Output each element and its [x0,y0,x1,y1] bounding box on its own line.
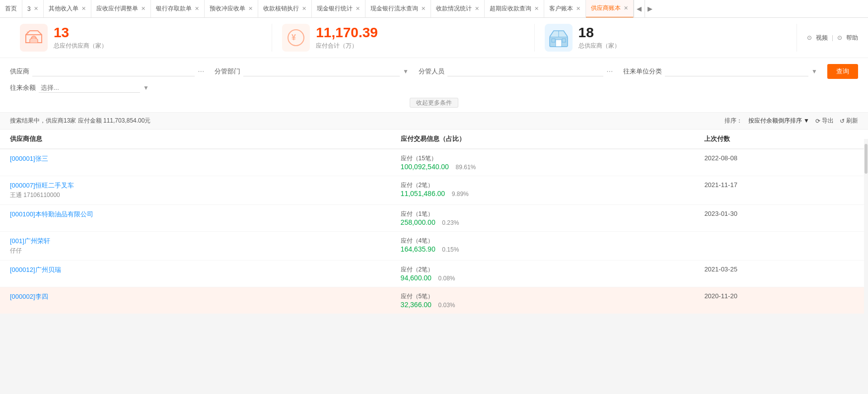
dept-filter-label: 分管部门 [215,67,240,76]
supplier-info-cell: [000002]李四 [0,287,391,314]
help-link[interactable]: 帮助 [846,34,858,42]
export-button[interactable]: ⟳ 导出 [815,117,834,125]
person-filter-input[interactable] [447,66,603,76]
tx-pct: 89.61% [456,164,476,171]
category-filter-input[interactable] [665,66,809,76]
result-bar: 搜索结果中，供应商13家 应付金额 111,703,854.00元 排序： 按应… [0,113,868,130]
store-icon [545,24,573,52]
nav-tab-overdue[interactable]: 超期应收款查询 ✕ [485,0,544,18]
supplier-filter-label: 供应商 [10,67,29,76]
right-scrollbar[interactable] [864,139,868,314]
tx-label: 应付（2笔） [401,182,434,189]
nav-tab-ap-adjust-label: 应收应付调整单 [96,4,138,13]
supplier-link[interactable]: [000007]恒旺二手叉车 [10,182,74,189]
tx-info-cell: 应付（5笔） 32,366.00 0.03% [391,287,695,314]
col-tx-info: 应付交易信息（占比） [391,130,695,149]
person-filter-dots[interactable]: ··· [606,67,613,76]
scrollbar-thumb[interactable] [865,144,868,174]
nav-tab-cash-bank-stat[interactable]: 现金银行统计 ✕ [312,0,365,18]
supplier-info-cell: [000001]张三 [0,149,391,176]
tx-pct: 0.15% [442,246,459,253]
balance-filter-label: 往来余额 [10,83,36,92]
filter-dept: 分管部门 ▼ [215,66,409,76]
nav-tab-receipt-stat[interactable]: 收款情况统计 ✕ [431,0,485,18]
close-icon[interactable]: ✕ [141,5,145,12]
supplier-link[interactable]: [000002]李四 [10,293,48,300]
tx-amount[interactable]: 258,000.00 [401,218,435,226]
tx-amount[interactable]: 100,092,540.00 [401,163,449,171]
video-link[interactable]: 视频 [816,34,828,42]
nav-tab-ap-adjust[interactable]: 应收应付调整单 ✕ [91,0,151,18]
refresh-button[interactable]: ↺ 刷新 [840,117,858,125]
collapse-more-filters[interactable]: 收起更多条件 [10,97,858,108]
tx-amount[interactable]: 94,600.00 [401,274,432,282]
category-chevron-icon[interactable]: ▼ [811,68,817,75]
nav-tab-cash-bank-flow[interactable]: 现金银行流水查询 ✕ [365,0,431,18]
total-amount-number: 11,170.39 [316,26,378,40]
nav-tab-receipt-exec[interactable]: 收款核销执行 ✕ [258,0,312,18]
filter-category: 往来单位分类 ▼ [623,66,818,76]
filter-row-1: 供应商 ··· 分管部门 ▼ 分管人员 ··· 往来单位分类 ▼ 查询 [10,64,858,79]
nav-tab-home[interactable]: 首页 [0,0,22,18]
close-icon[interactable]: ✕ [356,5,360,12]
sort-chevron-icon: ▼ [803,117,809,124]
nav-tab-advance[interactable]: 预收冲应收单 ✕ [205,0,258,18]
supplier-link[interactable]: [000001]张三 [10,155,48,162]
nav-tab-other-income[interactable]: 其他收入单 ✕ [44,0,91,18]
nav-tab-supplier-account[interactable]: 供应商账本 ✕ [586,0,634,18]
close-icon[interactable]: ✕ [34,5,38,12]
close-icon[interactable]: ✕ [534,5,539,12]
search-button[interactable]: 查询 [827,64,858,79]
amount-icon: ¥ [282,24,310,52]
close-icon[interactable]: ✕ [248,5,253,12]
tx-label: 应付（2笔） [401,266,434,273]
tx-pct: 0.08% [438,275,455,282]
table-row: [000012]广州贝瑞 应付（2笔） 94,600.00 0.08% 2021… [0,261,868,287]
svg-rect-3 [282,24,310,52]
tx-info-cell: 应付（4笔） 164,635.90 0.15% [391,232,695,261]
supplier-link[interactable]: [000100]本特勤油品有限公司 [10,210,93,218]
last-pay-cell [694,232,868,261]
dept-chevron-icon[interactable]: ▼ [403,68,409,75]
close-icon[interactable]: ✕ [421,5,426,12]
table-row: [000001]张三 应付（15笔） 100,092,540.00 89.61%… [0,149,868,176]
category-filter-label: 往来单位分类 [623,67,662,76]
close-icon[interactable]: ✕ [624,5,628,11]
nav-tab-3[interactable]: 3 ✕ [22,0,44,18]
tx-info-cell: 应付（2笔） 94,600.00 0.08% [391,261,695,287]
close-icon[interactable]: ✕ [475,5,479,12]
tx-label: 应付（5笔） [401,293,434,300]
svg-text:¥: ¥ [27,31,29,34]
last-pay-cell: 2021-03-25 [694,261,868,287]
nav-tab-bank-deposit[interactable]: 银行存取款单 ✕ [151,0,205,18]
nav-tab-customer-account[interactable]: 客户账本 ✕ [544,0,586,18]
nav-tab-cash-bank-flow-label: 现金银行流水查询 [370,4,418,13]
supplier-link[interactable]: [000012]广州贝瑞 [10,266,61,273]
nav-next-button[interactable]: ▶ [645,0,655,18]
tx-amount[interactable]: 11,051,486.00 [401,190,445,197]
tx-label: 应付（4笔） [401,237,434,244]
svg-rect-9 [552,39,555,42]
filter-balance: 往来余额 ▼ [10,83,149,93]
close-icon[interactable]: ✕ [81,5,86,12]
supplier-filter-dots[interactable]: ··· [198,67,204,76]
balance-chevron-icon[interactable]: ▼ [143,84,149,91]
nav-prev-button[interactable]: ◀ [634,0,645,18]
nav-tab-home-label: 首页 [5,4,17,13]
close-icon[interactable]: ✕ [195,5,199,12]
tx-amount[interactable]: 32,366.00 [401,301,432,309]
close-icon[interactable]: ✕ [302,5,306,12]
supplier-sub-info: 仔仔 [10,247,381,255]
tx-amount[interactable]: 164,635.90 [401,245,435,253]
nav-tab-supplier-account-label: 供应商账本 [591,4,621,12]
sort-value[interactable]: 按应付余额倒序排序 ▼ [748,117,809,125]
close-icon[interactable]: ✕ [576,5,580,12]
nav-tab-3-label: 3 [27,5,31,12]
supplier-link[interactable]: [001]广州荣轩 [10,237,50,245]
supplier-filter-input[interactable] [32,66,195,76]
balance-filter-input[interactable] [39,83,140,93]
sort-label: 排序： [724,117,742,125]
stat-block-total-amount: ¥ 11,170.39 应付合计（万） [272,24,534,52]
dept-filter-input[interactable] [243,66,400,76]
supplier-info-cell: [001]广州荣轩仔仔 [0,232,391,261]
